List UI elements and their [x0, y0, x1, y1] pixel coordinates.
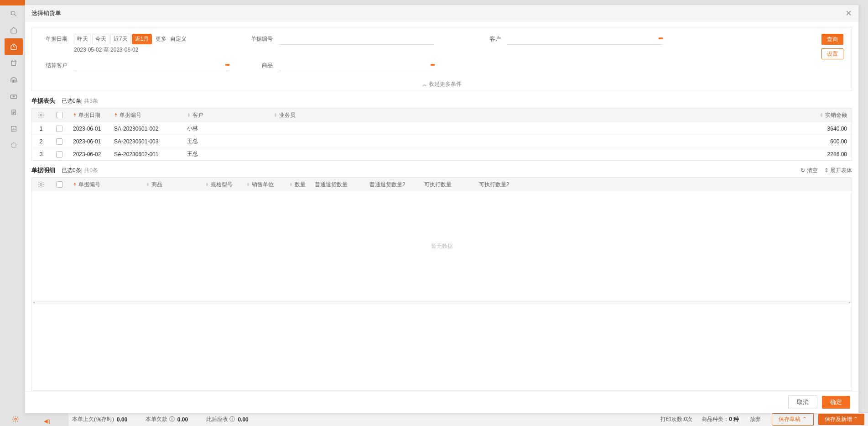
- table-row[interactable]: 12023-06-01SA-20230601-002小林3640.00: [32, 122, 852, 135]
- cancel-button[interactable]: 取消: [788, 395, 817, 409]
- detail-empty-text: 暂无数据: [32, 191, 852, 301]
- date-tag-1month[interactable]: 近1月: [132, 34, 152, 44]
- row-checkbox[interactable]: [56, 138, 62, 145]
- col-date[interactable]: ▲▼单据日期: [68, 111, 109, 119]
- col-detail-exe1[interactable]: 可执行数量: [420, 181, 474, 189]
- row-code: SA-20230602-001: [109, 151, 182, 158]
- table-row[interactable]: 22023-06-01SA-20230601-003王总600.00: [32, 135, 852, 147]
- filter-docno-input[interactable]: [279, 34, 434, 45]
- date-range-text: 2023-05-02 至 2023-06-02: [74, 46, 187, 54]
- row-checkbox[interactable]: [56, 126, 62, 132]
- col-detail-code[interactable]: ▲▼单据编号: [68, 181, 141, 189]
- row-amount: 2286.00: [811, 151, 852, 158]
- clear-button[interactable]: ↻ 清空: [800, 167, 817, 174]
- modal-footer: 取消 确定: [25, 391, 858, 413]
- row-index: 1: [32, 126, 50, 132]
- col-customer[interactable]: ▲▼客户: [182, 111, 269, 119]
- row-index: 2: [32, 138, 50, 145]
- date-more-link[interactable]: 更多: [156, 35, 166, 43]
- row-code: SA-20230601-002: [109, 126, 182, 132]
- settings-button[interactable]: 设置: [821, 48, 843, 59]
- select-all-checkbox[interactable]: [56, 112, 62, 118]
- horizontal-scrollbar[interactable]: [32, 301, 852, 305]
- detail-section-title: 单据明细: [31, 166, 55, 174]
- query-button[interactable]: 查询: [821, 34, 843, 45]
- row-customer: 小林: [182, 125, 269, 132]
- row-index: 3: [32, 151, 50, 158]
- row-customer: 王总: [182, 137, 269, 145]
- detail-table-head: ▲▼单据编号 ▲▼商品 ▲▼规格型号 ▲▼销售单位 ▲▼数量 普通退货数量 普通…: [32, 178, 852, 191]
- expand-button[interactable]: ⇕ 展开表体: [824, 167, 852, 174]
- col-detail-exe2[interactable]: 可执行数量2: [474, 181, 529, 189]
- row-checkbox[interactable]: [56, 151, 62, 158]
- row-date: 2023-06-01: [68, 138, 109, 145]
- row-date: 2023-06-01: [68, 126, 109, 132]
- chevron-up-icon: ︽: [422, 82, 427, 87]
- filter-settle-customer-label: 结算客户: [40, 60, 68, 69]
- header-selected-count: 已选0条: [62, 97, 81, 105]
- gear-icon[interactable]: [32, 181, 50, 188]
- date-tag-yesterday[interactable]: 昨天: [74, 34, 91, 44]
- row-amount: 3640.00: [811, 126, 852, 132]
- select-all-detail-checkbox[interactable]: [56, 181, 62, 188]
- filter-docno-label: 单据编号: [245, 34, 273, 43]
- collapse-filters-button[interactable]: ︽收起更多条件: [40, 78, 843, 91]
- filter-product-label: 商品: [245, 60, 273, 69]
- ok-button[interactable]: 确定: [822, 396, 850, 409]
- row-customer: 王总: [182, 150, 269, 158]
- select-sales-order-modal: 选择销货单 ✕ 单据日期 昨天 今天 近7天 近1月 更多: [25, 5, 859, 413]
- filter-settle-customer-input[interactable]: [74, 60, 229, 71]
- col-detail-ret2[interactable]: 普通退货数量2: [365, 181, 420, 189]
- row-code: SA-20230601-003: [109, 138, 182, 145]
- detail-table: ▲▼单据编号 ▲▼商品 ▲▼规格型号 ▲▼销售单位 ▲▼数量 普通退货数量 普通…: [31, 177, 852, 391]
- filter-product-input[interactable]: [279, 60, 434, 71]
- detail-selected-count: 已选0条: [62, 167, 81, 174]
- col-detail-product[interactable]: ▲▼商品: [141, 181, 201, 189]
- row-date: 2023-06-02: [68, 151, 109, 158]
- header-total-count: | 共3条: [81, 97, 98, 105]
- col-staff[interactable]: ▲▼业务员: [269, 111, 310, 119]
- col-code[interactable]: ▲▼单据编号: [109, 111, 182, 119]
- gear-icon[interactable]: [32, 111, 50, 119]
- settle-customer-lookup-icon[interactable]: •••: [225, 61, 229, 68]
- header-section-title: 单据表头: [31, 97, 55, 105]
- filter-date-label: 单据日期: [40, 34, 68, 43]
- filter-customer-input[interactable]: [507, 34, 662, 45]
- header-table: ▲▼单据日期 ▲▼单据编号 ▲▼客户 ▲▼业务员 ▲▼实销金额 12023-06…: [31, 108, 852, 161]
- header-table-head: ▲▼单据日期 ▲▼单据编号 ▲▼客户 ▲▼业务员 ▲▼实销金额: [32, 108, 852, 122]
- filter-panel: 单据日期 昨天 今天 近7天 近1月 更多 自定义 2023-05-02 至 2…: [31, 27, 852, 91]
- col-detail-qty[interactable]: ▲▼数量: [278, 181, 310, 189]
- customer-lookup-icon[interactable]: •••: [658, 35, 662, 42]
- close-icon[interactable]: ✕: [845, 8, 852, 18]
- row-amount: 600.00: [811, 138, 852, 145]
- date-tag-7days[interactable]: 近7天: [110, 34, 131, 44]
- col-amount[interactable]: ▲▼实销金额: [811, 111, 852, 119]
- product-lookup-icon[interactable]: •••: [430, 61, 434, 68]
- date-tag-today[interactable]: 今天: [92, 34, 109, 44]
- modal-header: 选择销货单 ✕: [25, 5, 858, 21]
- modal-title: 选择销货单: [31, 9, 61, 17]
- table-row[interactable]: 32023-06-02SA-20230602-001王总2286.00: [32, 147, 852, 160]
- detail-total-count: | 共0条: [81, 167, 98, 174]
- col-detail-unit[interactable]: ▲▼销售单位: [242, 181, 278, 189]
- filter-customer-label: 客户: [473, 34, 501, 43]
- col-detail-ret1[interactable]: 普通退货数量: [310, 181, 365, 189]
- date-custom-link[interactable]: 自定义: [170, 35, 187, 43]
- svg-point-9: [40, 114, 42, 116]
- svg-point-10: [40, 184, 42, 185]
- col-detail-spec[interactable]: ▲▼规格型号: [201, 181, 242, 189]
